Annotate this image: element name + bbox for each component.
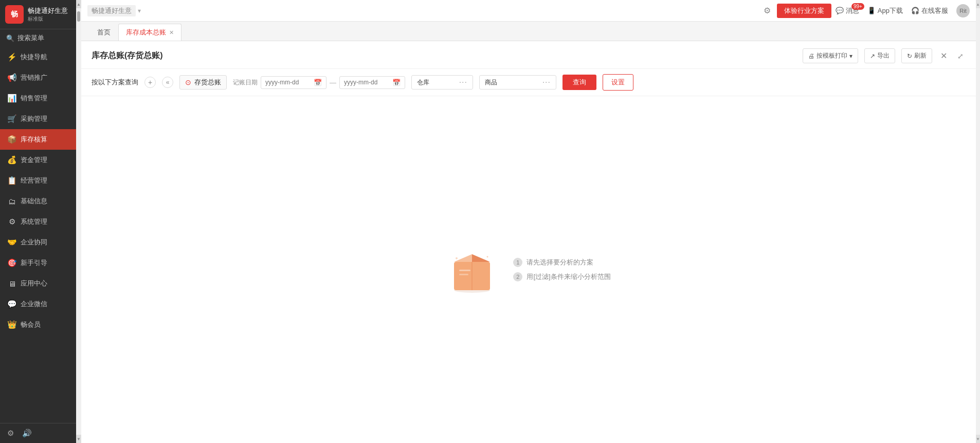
capital-icon: 💰: [7, 155, 16, 165]
sidebar-item-capital[interactable]: 💰 资金管理: [0, 150, 76, 170]
chevron-down-icon: ▾: [849, 52, 852, 60]
topbar-settings-icon[interactable]: ⚙: [761, 4, 773, 17]
marketing-icon: 📢: [7, 73, 16, 82]
right-scroll-up[interactable]: ▲: [976, 0, 980, 8]
sidebar-item-label: 采购管理: [21, 114, 47, 123]
warehouse-label: 仓库: [417, 78, 429, 87]
right-scroll-down[interactable]: ▼: [976, 435, 980, 443]
page-content: 库存总账(存货总账) 🖨 按模板打印 ▾ ↗ 导出 ↻ 刷新 ✕ ⤢: [81, 41, 976, 443]
date-end-input[interactable]: 📅: [339, 76, 405, 89]
tab-close-icon[interactable]: ✕: [169, 29, 174, 36]
scroll-up-arrow[interactable]: ▲: [76, 0, 81, 8]
sidebar-item-sales[interactable]: 📊 销售管理: [0, 88, 76, 109]
filter-scheme[interactable]: ⊙ 存货总账: [179, 75, 227, 90]
tip-item-2: 2 用[过滤]条件来缩小分析范围: [513, 272, 610, 281]
warehouse-filter[interactable]: 仓库 ···: [411, 75, 473, 90]
panel-resize-icon[interactable]: ⤢: [955, 50, 966, 62]
sidebar-item-management[interactable]: 📋 经营管理: [0, 170, 76, 191]
date-end-field[interactable]: [344, 79, 390, 86]
sidebar-search[interactable]: 🔍 搜索菜单: [0, 29, 76, 47]
topbar-right: 💬 消息 99+ 📱 App下载 🎧 在线客服 Rit: [836, 4, 970, 17]
sidebar-item-purchase[interactable]: 🛒 采购管理: [0, 109, 76, 129]
template-print-btn[interactable]: 🖨 按模板打印 ▾: [803, 48, 858, 63]
sidebar-item-label: 新手引导: [21, 258, 47, 268]
sidebar-item-inventory[interactable]: 📦 库存核算: [0, 129, 76, 150]
speaker-icon[interactable]: 🔊: [22, 429, 32, 438]
main-area: 畅捷通好生意 ▾ ⚙ 体验行业方案 💬 消息 99+ 📱 App下载 🎧 在线客…: [81, 0, 976, 443]
date-start-input[interactable]: 📅: [261, 76, 326, 89]
refresh-btn[interactable]: ↻ 刷新: [901, 48, 932, 63]
user-name: Rit: [959, 8, 966, 14]
calendar-end-icon[interactable]: 📅: [392, 79, 401, 86]
filter-collapse-btn[interactable]: «: [162, 77, 173, 88]
scroll-down-arrow[interactable]: ▼: [76, 435, 81, 443]
brand-subtitle: 标准版: [28, 15, 68, 22]
sidebar-item-label: 经营管理: [21, 176, 47, 185]
svg-point-8: [487, 256, 488, 258]
inventory-icon: 📦: [7, 135, 16, 144]
tab-inventory-cost[interactable]: 库存成本总账 ✕: [118, 24, 182, 41]
management-icon: 📋: [7, 176, 16, 185]
quick-nav-icon: ⚡: [7, 52, 16, 62]
sidebar-search-label: 搜索菜单: [17, 33, 44, 43]
settings-bottom-icon[interactable]: ⚙: [7, 429, 14, 438]
svg-rect-6: [459, 274, 468, 275]
purchase-icon: 🛒: [7, 114, 16, 123]
sidebar-item-label: 库存核算: [21, 135, 47, 144]
query-btn[interactable]: 查询: [562, 75, 596, 90]
tip-num-1: 1: [513, 258, 522, 267]
filter-bar: 按以下方案查询 + « ⊙ 存货总账 记账日期 📅 — 📅: [81, 69, 976, 96]
filter-label: 按以下方案查询: [92, 78, 138, 87]
app-download-btn[interactable]: 📱 App下载: [867, 6, 903, 15]
breadcrumb-chevron-icon: ▾: [138, 7, 141, 14]
page-header: 库存总账(存货总账) 🖨 按模板打印 ▾ ↗ 导出 ↻ 刷新 ✕ ⤢: [81, 41, 976, 69]
member-icon: 👑: [7, 320, 16, 329]
sidebar-item-member[interactable]: 👑 畅会员: [0, 314, 76, 335]
printer-icon: 🖨: [808, 52, 814, 60]
empty-tips: 1 请先选择要分析的方案 2 用[过滤]条件来缩小分析范围: [513, 258, 610, 281]
sidebar-item-enterprise[interactable]: 🤝 企业协同: [0, 232, 76, 253]
system-icon: ⚙: [7, 217, 16, 226]
sidebar-item-system[interactable]: ⚙ 系统管理: [0, 211, 76, 232]
sidebar-item-label: 资金管理: [21, 155, 47, 165]
sidebar-item-app-center[interactable]: 🖥 应用中心: [0, 273, 76, 294]
scroll-thumb: [77, 11, 80, 22]
phone-icon: 📱: [867, 7, 876, 14]
tab-home[interactable]: 首页: [89, 24, 118, 41]
svg-point-7: [456, 257, 458, 259]
online-service-btn[interactable]: 🎧 在线客服: [911, 6, 948, 15]
sidebar-item-wechat[interactable]: 💬 企业微信: [0, 294, 76, 314]
filter-add-btn[interactable]: +: [144, 77, 156, 88]
panel-close-icon[interactable]: ✕: [938, 49, 949, 63]
message-btn[interactable]: 💬 消息 99+: [836, 6, 859, 15]
tab-bar: 首页 库存成本总账 ✕: [81, 22, 976, 41]
export-btn[interactable]: ↗ 导出: [864, 48, 895, 63]
enterprise-icon: 🤝: [7, 238, 16, 247]
date-start-field[interactable]: [265, 79, 312, 86]
search-icon: 🔍: [6, 34, 14, 42]
goods-filter[interactable]: 商品 ···: [479, 75, 556, 90]
sidebar-item-marketing[interactable]: 📢 营销推广: [0, 67, 76, 88]
calendar-start-icon[interactable]: 📅: [314, 79, 322, 86]
page-title: 库存总账(存货总账): [92, 50, 163, 61]
right-scrollbar: ▲ ▼: [976, 0, 980, 443]
sidebar-item-basic-info[interactable]: 🗂 基础信息: [0, 191, 76, 211]
sidebar-item-label: 销售管理: [21, 94, 47, 103]
message-icon: 💬: [836, 7, 844, 14]
svg-rect-5: [459, 270, 470, 271]
sidebar-item-quick-nav[interactable]: ⚡ 快捷导航: [0, 47, 76, 67]
date-separator: —: [330, 79, 336, 86]
sidebar-item-label: 畅会员: [21, 320, 41, 329]
settings-btn[interactable]: 设置: [603, 74, 633, 91]
refresh-icon: ↻: [907, 52, 912, 60]
user-avatar[interactable]: Rit: [956, 4, 970, 17]
scroll-track: [76, 8, 81, 435]
app-logo-icon: 畅: [5, 5, 24, 24]
scheme-icon: ⊙: [185, 78, 191, 86]
right-scroll-track: [976, 8, 980, 435]
brand-name: 畅捷通好生意: [28, 7, 68, 15]
sidebar-item-newbie[interactable]: 🎯 新手引导: [0, 253, 76, 273]
tip-num-2: 2: [513, 272, 522, 281]
sidebar: 畅 畅捷通好生意 标准版 🔍 搜索菜单 ⚡ 快捷导航 📢 营销推广 📊 销售管理…: [0, 0, 76, 443]
trial-btn[interactable]: 体验行业方案: [777, 4, 831, 18]
